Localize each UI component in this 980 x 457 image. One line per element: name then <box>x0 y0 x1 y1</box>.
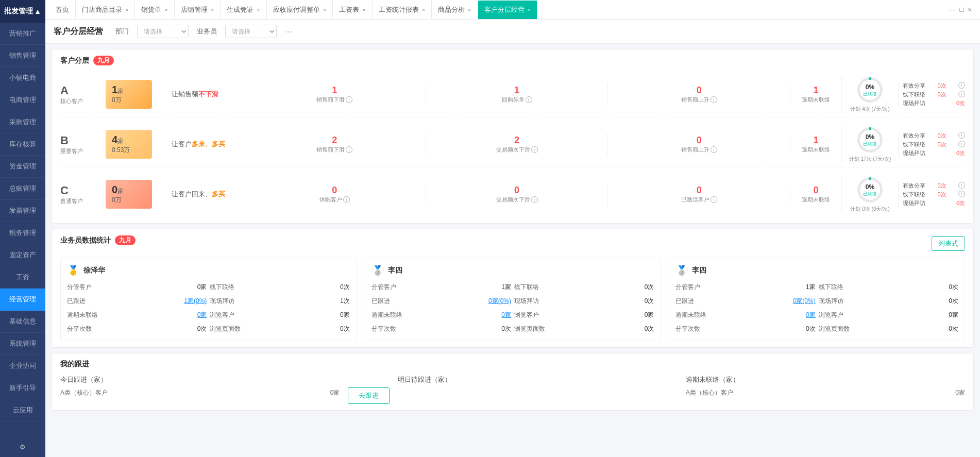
medal-gold-icon: 🥇 <box>67 264 79 277</box>
window-restore-icon[interactable]: □ <box>960 6 964 13</box>
info-icon[interactable]: i <box>711 96 717 103</box>
sidebar-item-finance[interactable]: 资金管理 <box>0 156 45 178</box>
window-close-icon[interactable]: × <box>968 6 972 13</box>
tab-store-mgmt[interactable]: 店铺管理 × <box>175 1 221 19</box>
sidebar-item-assets[interactable]: 固定资产 <box>0 244 45 266</box>
dept-label: 部门 <box>115 27 129 36</box>
sidebar-item-ledger[interactable]: 总账管理 <box>0 178 45 200</box>
biz-staff-grid: 🥇 徐泽华 分管客户0家 线下联络0次 已跟进1家(0%) 现场拜访1次 逾期未… <box>60 258 965 341</box>
tier-a-contact: 1 逾期未联络 <box>790 85 841 104</box>
sidebar-item-management[interactable]: 经营管理 <box>0 289 45 311</box>
tier-c-count: 0家 0万 <box>106 180 167 209</box>
followup-grid: 今日跟进（家） A类（核心）客户 0家 去跟进 明日待跟进（家） 逾期未联络（家… <box>60 375 965 404</box>
sidebar-settings-button[interactable]: ⚙ <box>0 437 45 457</box>
biz-card-2: 🥈 李四 分管客户1家 线下联络0次 已跟进0家(0%) 现场拜访0次 逾期未联… <box>669 258 965 341</box>
biz-stats-section: 业务员数据统计 九月 列表式 🥇 徐泽华 分管客户0家 线下联络0次 已跟进1家… <box>52 229 974 348</box>
tab-sales-order[interactable]: 销货单 × <box>135 1 174 19</box>
followup-section: 我的跟进 今日跟进（家） A类（核心）客户 0家 去跟进 明日待跟进（家） 逾期… <box>52 353 974 411</box>
tab-voucher[interactable]: 生成凭证 × <box>221 1 266 19</box>
close-icon[interactable]: × <box>528 7 531 13</box>
tier-b-right-stats: 有效分享 0次 i 线下联络 0次 i 现场拜访 0次 <box>898 132 965 157</box>
staff-select[interactable]: 请选择 <box>225 25 277 38</box>
tab-bar: 首页 门店商品目录 × 销货单 × 店铺管理 × 生成凭证 × 应收应付调整单 … <box>45 0 980 20</box>
tier-b-label: B 重要客户 <box>60 134 102 155</box>
tier-c-contact: 0 逾期未联络 <box>790 185 841 204</box>
sidebar-item-ecommerce-small[interactable]: 小畅电商 <box>0 67 45 89</box>
tier-b-count: 4家 0.53万 <box>106 130 167 159</box>
sidebar-item-cloud[interactable]: 云应用 <box>0 399 45 421</box>
biz-card-0: 🥇 徐泽华 分管客户0家 线下联络0次 已跟进1家(0%) 现场拜访1次 逾期未… <box>60 258 357 341</box>
biz-stats-title: 业务员数据统计 九月 <box>60 235 136 245</box>
sidebar-item-invoice[interactable]: 发票管理 <box>0 200 45 222</box>
staff-name-0: 徐泽华 <box>83 266 105 275</box>
sidebar-item-marketing[interactable]: 营销推广 <box>0 23 45 45</box>
info-icon[interactable]: i <box>958 141 965 147</box>
tier-b-stat-1: 2 交易频次下滑 i <box>426 133 609 156</box>
close-icon[interactable]: × <box>257 7 260 13</box>
info-icon[interactable]: i <box>958 82 965 89</box>
tab-adjustment[interactable]: 应收应付调整单 × <box>267 1 333 19</box>
sidebar-item-basic[interactable]: 基础信息 <box>0 311 45 333</box>
sidebar-item-purchase[interactable]: 采购管理 <box>0 111 45 133</box>
tier-a-circle: 0% 已联络 计划 4次 (7天/次) <box>841 76 898 113</box>
info-icon[interactable]: i <box>711 146 717 153</box>
window-minimize-icon[interactable]: — <box>949 6 956 13</box>
followup-tomorrow: 明日待跟进（家） <box>398 375 677 387</box>
tier-month-badge: 九月 <box>93 56 114 65</box>
sidebar-item-system[interactable]: 系统管理 <box>0 333 45 355</box>
info-icon[interactable]: i <box>346 146 352 153</box>
info-icon[interactable]: i <box>958 182 965 189</box>
sidebar-item-inventory[interactable]: 库存核算 <box>0 133 45 156</box>
staff-name-1: 李四 <box>388 266 402 275</box>
close-icon[interactable]: × <box>422 7 425 13</box>
tab-home[interactable]: 首页 <box>49 1 76 19</box>
info-icon[interactable]: i <box>958 91 965 97</box>
info-icon[interactable]: i <box>526 96 532 103</box>
more-options-icon[interactable]: ··· <box>285 26 293 37</box>
goto-followup-button[interactable]: 去跟进 <box>348 387 390 404</box>
info-icon[interactable]: i <box>531 196 538 203</box>
tier-c-label: C 普通客户 <box>60 184 102 205</box>
close-icon[interactable]: × <box>362 7 365 13</box>
sidebar-item-collab[interactable]: 企业协同 <box>0 355 45 377</box>
tab-payroll[interactable]: 工资表 × <box>333 1 372 19</box>
list-view-button[interactable]: 列表式 <box>932 236 965 251</box>
close-icon[interactable]: × <box>211 7 214 13</box>
tier-c-stat-0: 0 休眠客户 i <box>244 183 426 206</box>
info-icon[interactable]: i <box>346 96 352 103</box>
tier-c-right-stats: 有效分享 0次 i 线下联络 0次 i 现场拜访 0次 <box>898 182 965 207</box>
followup-overdue: 逾期未联络（家） A类（核心）客户 0家 <box>686 375 965 398</box>
close-icon[interactable]: × <box>125 7 128 13</box>
sidebar-item-sales[interactable]: 销售管理 <box>0 45 45 67</box>
sidebar: 批发管理 ▲ 营销推广 销售管理 小畅电商 电商管理 采购管理 库存核算 资金管… <box>0 0 45 457</box>
close-icon[interactable]: × <box>468 7 471 13</box>
tab-bar-actions: — □ × <box>949 6 976 13</box>
info-icon[interactable]: i <box>343 196 350 203</box>
biz-month-badge: 九月 <box>115 235 136 245</box>
tier-b-action: 让客户多来、多买 <box>172 140 244 149</box>
info-icon[interactable]: i <box>958 191 965 197</box>
info-icon[interactable]: i <box>958 132 965 139</box>
tab-payroll-report[interactable]: 工资统计报表 × <box>373 1 432 19</box>
staff-label: 业务员 <box>197 27 217 36</box>
tier-b-stats: 2 销售额下滑 i 2 交易频次下滑 i <box>244 133 790 156</box>
staff-name-2: 李四 <box>692 266 706 275</box>
tier-a-stat-1: 1 回购异常 i <box>426 83 609 106</box>
sidebar-item-ecommerce[interactable]: 电商管理 <box>0 89 45 111</box>
sidebar-item-tax[interactable]: 税务管理 <box>0 222 45 244</box>
page-content: 客户分层经营 部门 请选择 业务员 请选择 ··· 客户分层 九月 A <box>45 20 980 457</box>
info-icon[interactable]: i <box>711 196 717 203</box>
sidebar-item-guide[interactable]: 新手引导 <box>0 377 45 399</box>
tab-product-analysis[interactable]: 商品分析 × <box>432 1 478 19</box>
sidebar-collapse-icon[interactable]: ▲ <box>34 7 41 15</box>
tier-c-stats: 0 休眠客户 i 0 交易频次下滑 i <box>244 183 790 206</box>
close-icon[interactable]: × <box>323 7 326 13</box>
info-icon[interactable]: i <box>531 146 538 153</box>
tab-store-catalog[interactable]: 门店商品目录 × <box>76 1 135 19</box>
page-header: 客户分层经营 部门 请选择 业务员 请选择 ··· <box>45 20 980 44</box>
sidebar-item-payroll[interactable]: 工资 <box>0 266 45 289</box>
close-icon[interactable]: × <box>164 7 167 13</box>
page-title: 客户分层经营 <box>54 26 103 37</box>
dept-select[interactable]: 请选择 <box>137 25 189 38</box>
tab-customer-tier[interactable]: 客户分层经营 × <box>478 1 537 19</box>
